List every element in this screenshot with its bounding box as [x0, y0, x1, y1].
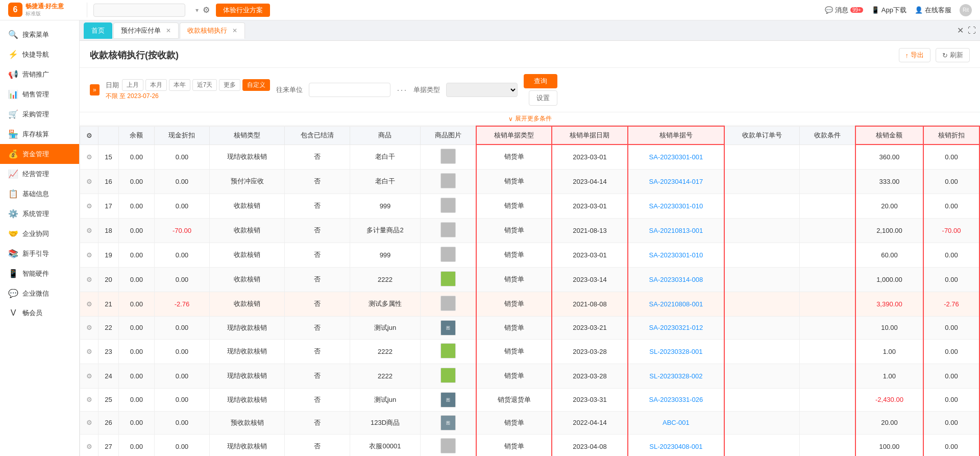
cell-gear[interactable]: ⚙	[80, 292, 99, 316]
cell-gear[interactable]: ⚙	[80, 434, 99, 456]
app-download-item[interactable]: 📱 App下载	[871, 6, 906, 15]
cell-cash-discount: 0.00	[154, 145, 209, 169]
tab-fullscreen-button[interactable]: ⛶	[968, 26, 976, 35]
online-service-item[interactable]: 👤 在线客服	[915, 6, 951, 15]
cell-verify-doc-no[interactable]: SL-20230328-002	[628, 364, 724, 388]
verify-doc-no-link[interactable]: ABC-001	[663, 419, 690, 426]
verify-doc-no-link[interactable]: SL-20230408-001	[649, 443, 702, 450]
sidebar-item-marketing[interactable]: 📢 营销推广	[0, 64, 79, 84]
sidebar-item-wechat[interactable]: 💬 企业微信	[0, 283, 79, 303]
verify-doc-no-link[interactable]: SL-20230328-002	[649, 372, 702, 380]
date-btn-7days[interactable]: 近7天	[192, 79, 217, 91]
cell-receipt-condition	[800, 145, 855, 169]
cell-verify-doc-no[interactable]: SA-20230414-017	[628, 169, 724, 194]
verify-doc-no-link[interactable]: SA-20230314-008	[649, 276, 703, 283]
sidebar-item-member[interactable]: V 畅会员	[0, 303, 79, 323]
industry-solution-button[interactable]: 体验行业方案	[216, 4, 270, 17]
user-avatar[interactable]: Rit	[960, 4, 972, 16]
cell-verify-doc-no[interactable]: SA-20230314-008	[628, 267, 724, 292]
counterparty-input[interactable]	[309, 83, 390, 97]
tab-home[interactable]: 首页	[84, 22, 112, 39]
query-button[interactable]: 查询	[524, 74, 557, 88]
sidebar-item-system[interactable]: ⚙️ 系统管理	[0, 204, 79, 224]
cell-verify-doc-type: 销货单	[476, 411, 552, 434]
date-btn-custom[interactable]: 自定义	[242, 79, 270, 91]
date-btn-last-month[interactable]: 上月	[122, 79, 143, 91]
verify-doc-no-link[interactable]: SA-20230321-012	[649, 324, 703, 331]
cell-gear[interactable]: ⚙	[80, 218, 99, 243]
cell-gear[interactable]: ⚙	[80, 316, 99, 339]
tab-close-all-button[interactable]: ✕	[957, 26, 964, 35]
tab-verify[interactable]: 收款核销执行 ✕	[180, 22, 245, 39]
cell-verify-doc-no[interactable]: SA-20210813-001	[628, 218, 724, 243]
cell-product: 123D商品	[350, 411, 420, 434]
settings-icon[interactable]: ⚙	[203, 5, 210, 15]
tab-verify-close[interactable]: ✕	[232, 27, 237, 34]
verify-doc-no-link[interactable]: SA-20210813-001	[649, 227, 703, 234]
sidebar-item-inventory[interactable]: 🏪 库存核算	[0, 124, 79, 144]
cell-cash-discount: 0.00	[154, 364, 209, 388]
cell-gear[interactable]: ⚙	[80, 364, 99, 388]
date-btn-more[interactable]: 更多	[219, 79, 240, 91]
sidebar-item-operations[interactable]: 📈 经营管理	[0, 164, 79, 184]
sidebar-item-sales[interactable]: 📊 销售管理	[0, 84, 79, 104]
filter-expand-arrow[interactable]: »	[90, 84, 100, 95]
service-icon: 👤	[915, 6, 923, 14]
cell-verify-doc-no[interactable]: SA-20230301-010	[628, 243, 724, 267]
messages-item[interactable]: 💬 消息 99+	[825, 6, 863, 15]
verify-doc-no-link[interactable]: SA-20230301-001	[649, 153, 703, 161]
doc-type-select[interactable]	[446, 83, 518, 97]
date-btn-this-year[interactable]: 本年	[169, 79, 190, 91]
date-btn-this-month[interactable]: 本月	[145, 79, 167, 91]
verify-doc-no-link[interactable]: SA-20210808-001	[649, 300, 703, 308]
cell-cash-discount: -2.76	[154, 292, 209, 316]
verify-doc-no-link[interactable]: SA-20230414-017	[649, 178, 703, 185]
sidebar-item-shortcut[interactable]: ⚡ 快捷导航	[0, 44, 79, 64]
sidebar-item-collab[interactable]: 🤝 企业协同	[0, 224, 79, 244]
cell-verify-doc-no[interactable]: SA-20230331-026	[628, 388, 724, 411]
sidebar-item-search[interactable]: 🔍 搜索菜单	[0, 25, 79, 44]
cell-verify-doc-no[interactable]: SA-20230321-012	[628, 316, 724, 339]
sidebar-item-finance[interactable]: 💰 资金管理	[0, 144, 79, 164]
cell-verify-doc-no[interactable]: SA-20210808-001	[628, 292, 724, 316]
verify-doc-no-link[interactable]: SA-20230331-026	[649, 396, 703, 403]
verify-doc-no-link[interactable]: SL-20230328-001	[649, 348, 702, 355]
col-gear[interactable]: ⚙	[80, 126, 99, 145]
cell-verify-doc-no[interactable]: SA-20230301-001	[628, 145, 724, 169]
verify-doc-no-link[interactable]: SA-20230301-010	[649, 251, 703, 259]
cell-gear[interactable]: ⚙	[80, 243, 99, 267]
cell-verify-doc-no[interactable]: SL-20230408-001	[628, 434, 724, 456]
cell-balance: 0.00	[119, 316, 155, 339]
col-verify-discount: 核销折扣	[923, 126, 979, 145]
tab-prepay-close[interactable]: ✕	[166, 27, 171, 34]
table-row: ⚙ 25 0.00 0.00 现结收款核销 否 测试jun 图 销货退货单 20…	[80, 388, 980, 411]
verify-doc-no-link[interactable]: SA-20230301-010	[649, 202, 703, 210]
cell-gear[interactable]: ⚙	[80, 169, 99, 194]
sidebar-item-purchase[interactable]: 🛒 采购管理	[0, 104, 79, 124]
tab-prepay[interactable]: 预付冲应付单 ✕	[113, 22, 179, 39]
sidebar-item-basic[interactable]: 📋 基础信息	[0, 184, 79, 204]
cell-verify-doc-no[interactable]: ABC-001	[628, 411, 724, 434]
cell-verify-doc-date: 2022-04-14	[552, 411, 627, 434]
setting-button[interactable]: 设置	[529, 90, 557, 106]
filter-date-row: 日期 上月 本月 本年 近7天 更多 自定义	[106, 79, 271, 91]
dropdown-icon[interactable]: ▾	[195, 7, 199, 14]
sidebar-item-hardware[interactable]: 📱 智能硬件	[0, 263, 79, 283]
expand-conditions-button[interactable]: ∨ 展开更多条件	[508, 114, 552, 123]
cell-gear[interactable]: ⚙	[80, 145, 99, 169]
cell-gear[interactable]: ⚙	[80, 267, 99, 292]
cell-verify-doc-no[interactable]: SL-20230328-001	[628, 339, 724, 364]
table-row: ⚙ 20 0.00 0.00 收款核销 否 2222 销货单 2023-03-1…	[80, 267, 980, 292]
refresh-button[interactable]: ↻ 刷新	[936, 48, 970, 62]
cell-verify-discount: 0.00	[923, 169, 979, 194]
cell-gear[interactable]: ⚙	[80, 339, 99, 364]
tab-home-label: 首页	[91, 26, 105, 35]
cell-gear[interactable]: ⚙	[80, 194, 99, 218]
export-button[interactable]: ↑ 导出	[899, 48, 931, 62]
table-wrap: ⚙ 余额 现金折扣 核销类型 包含已结清 商品 商品图片 核销单据类型 核销单据…	[80, 126, 980, 456]
cell-gear[interactable]: ⚙	[80, 411, 99, 434]
cell-gear[interactable]: ⚙	[80, 388, 99, 411]
sidebar-item-guide[interactable]: 📚 新手引导	[0, 244, 79, 263]
cell-verify-doc-no[interactable]: SA-20230301-010	[628, 194, 724, 218]
top-search-input[interactable]	[93, 4, 185, 17]
